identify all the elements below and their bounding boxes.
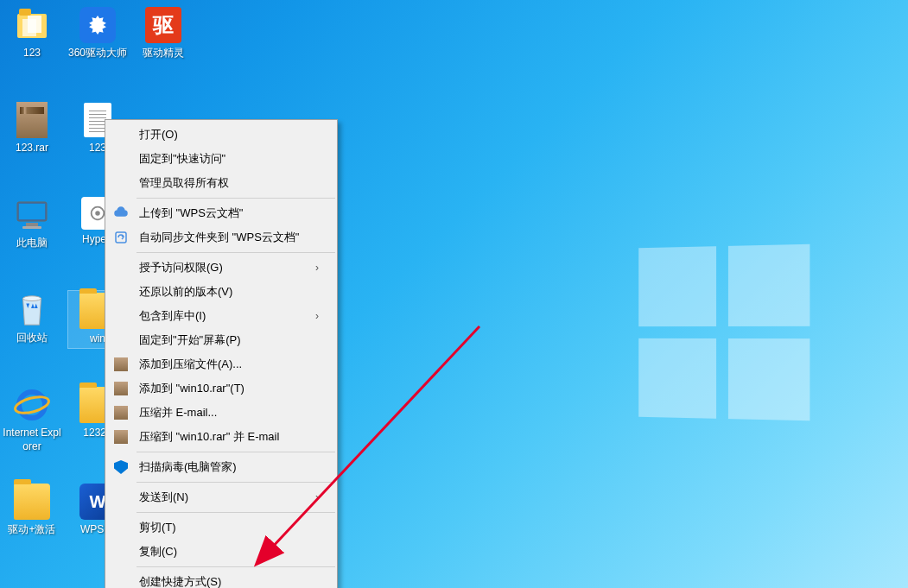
label: 发送到(N) [139, 490, 188, 505]
menu-scan-virus[interactable]: 扫描病毒(电脑管家) [106, 455, 336, 479]
menu-send-to[interactable]: 发送到(N) › [106, 485, 336, 509]
menu-create-shortcut[interactable]: 创建快捷方式(S) [106, 570, 336, 588]
label: 扫描病毒(电脑管家) [139, 459, 237, 475]
svg-rect-5 [19, 204, 45, 219]
chevron-right-icon: › [315, 262, 319, 274]
menu-separator [137, 198, 335, 199]
menu-sync-wps[interactable]: 自动同步文件夹到 "WPS云文档" [106, 225, 336, 250]
icon-label: 驱动精灵 [143, 47, 184, 60]
label: 剪切(T) [139, 520, 176, 535]
menu-separator [137, 482, 335, 483]
rar-icon [113, 405, 129, 420]
desktop-icon-recycle-bin[interactable]: 回收站 [2, 292, 62, 345]
red-驱-icon: 驱 [145, 7, 181, 43]
icon-label: 驱动+激活 [8, 523, 55, 537]
menu-compress-email[interactable]: 压缩并 E-mail... [106, 401, 336, 425]
icon-label: 360驱动大师 [68, 47, 127, 60]
blue-gear-app-icon [79, 7, 116, 43]
icon-label: 回收站 [16, 332, 48, 345]
menu-add-to-archive[interactable]: 添加到压缩文件(A)... [106, 352, 336, 376]
label: 固定到"开始"屏幕(P) [139, 332, 241, 348]
folder-icon [14, 484, 50, 520]
menu-grant-access[interactable]: 授予访问权限(G) › [106, 256, 336, 280]
cloud-upload-icon [113, 205, 129, 221]
label: 复制(C) [139, 544, 177, 560]
label: 创建快捷方式(S) [139, 574, 221, 588]
svg-point-9 [95, 211, 100, 216]
icon-label: 此电脑 [16, 237, 48, 250]
menu-separator [137, 566, 335, 567]
menu-compress-rar-email[interactable]: 压缩到 "win10.rar" 并 E-mail [106, 425, 336, 449]
svg-rect-3 [28, 16, 41, 33]
label: 自动同步文件夹到 "WPS云文档" [139, 230, 299, 245]
label: 添加到压缩文件(A)... [139, 357, 242, 372]
menu-separator [137, 452, 335, 452]
label: 管理员取得所有权 [139, 175, 229, 191]
label: 上传到 "WPS云文档" [139, 205, 243, 221]
rar-archive-icon [14, 102, 50, 138]
svg-point-10 [23, 296, 41, 301]
menu-restore-previous[interactable]: 还原以前的版本(V) [106, 280, 336, 304]
menu-separator [137, 252, 335, 253]
rar-icon [113, 381, 129, 396]
menu-pin-quick-access[interactable]: 固定到"快速访问" [106, 147, 336, 171]
context-menu: 打开(O) 固定到"快速访问" 管理员取得所有权 上传到 "WPS云文档" 自动… [105, 119, 338, 588]
menu-upload-wps[interactable]: 上传到 "WPS云文档" [106, 201, 336, 225]
svg-rect-6 [26, 223, 38, 226]
label: 添加到 "win10.rar"(T) [139, 381, 244, 396]
label: 固定到"快速访问" [139, 151, 225, 167]
menu-admin-ownership[interactable]: 管理员取得所有权 [106, 171, 336, 195]
desktop-icon-360-driver[interactable]: 360驱动大师 [67, 7, 128, 60]
rar-icon [113, 429, 129, 445]
desktop-icon-ie[interactable]: Internet Explorer [2, 387, 62, 453]
internet-explorer-icon [14, 387, 50, 423]
monitor-icon [14, 197, 50, 233]
svg-rect-13 [116, 232, 126, 243]
menu-pin-start[interactable]: 固定到"开始"屏幕(P) [106, 328, 336, 352]
chevron-right-icon: › [315, 491, 319, 503]
desktop-icon-driver-genius[interactable]: 驱 驱动精灵 [133, 7, 194, 60]
icon-label: 123 [23, 47, 41, 60]
desktop-icon-123-rar[interactable]: 123.rar [2, 102, 62, 155]
label: 还原以前的版本(V) [139, 284, 232, 300]
desktop-icon-123-folder[interactable]: 123 [2, 7, 62, 60]
menu-open[interactable]: 打开(O) [106, 123, 336, 147]
desktop-icon-this-pc[interactable]: 此电脑 [2, 197, 62, 250]
icon-label: 123 [89, 142, 106, 155]
label: 包含到库中(I) [139, 308, 206, 324]
chevron-right-icon: › [315, 310, 319, 322]
rar-icon [113, 357, 129, 372]
sync-icon [113, 230, 129, 245]
menu-cut[interactable]: 剪切(T) [106, 515, 336, 540]
icon-label: 123.rar [16, 142, 48, 155]
windows-logo-wallpaper [638, 244, 810, 421]
label: 授予访问权限(G) [139, 260, 223, 275]
folder-docs-icon [14, 7, 50, 43]
svg-rect-7 [22, 226, 41, 229]
shield-icon [113, 459, 129, 475]
menu-separator [137, 512, 335, 513]
desktop-icon-driver-activate[interactable]: 驱动+激活 [2, 484, 62, 537]
desktop-background[interactable]: 123 360驱动大师 驱 驱动精灵 123.rar 123 此电脑 [0, 0, 908, 588]
svg-rect-1 [19, 9, 31, 16]
icon-label: Internet Explorer [2, 427, 62, 453]
menu-add-to-win10-rar[interactable]: 添加到 "win10.rar"(T) [106, 376, 336, 401]
label: 压缩到 "win10.rar" 并 E-mail [139, 429, 279, 445]
menu-include-library[interactable]: 包含到库中(I) › [106, 304, 336, 328]
menu-copy[interactable]: 复制(C) [106, 540, 336, 564]
icon-label: win [90, 332, 105, 346]
recycle-bin-icon [14, 292, 50, 328]
label: 压缩并 E-mail... [139, 405, 217, 420]
label: 打开(O) [139, 127, 178, 142]
